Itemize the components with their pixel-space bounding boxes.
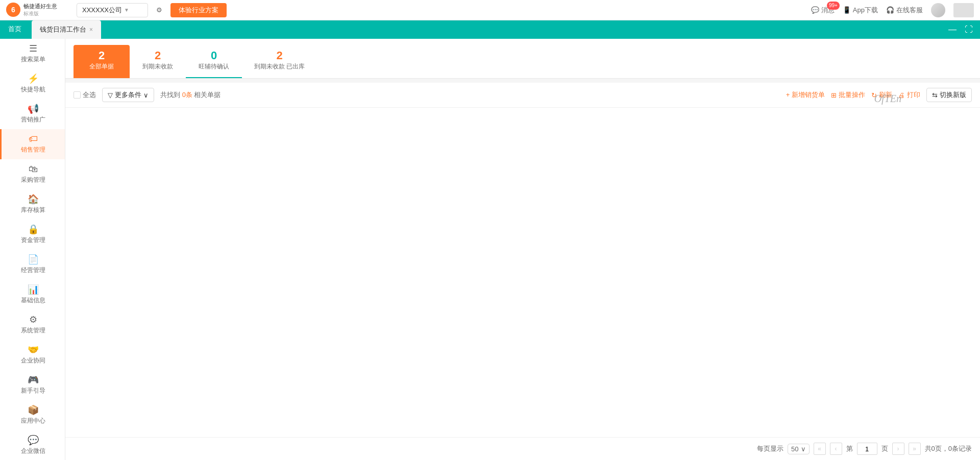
overdue-label: 到期未收款: [142, 62, 173, 71]
sidebar-item-beginner[interactable]: 🎮 新手引导: [0, 370, 65, 400]
pending-count: 0: [211, 49, 217, 62]
user-name-area: [953, 3, 974, 17]
found-prefix: 共找到: [160, 91, 180, 99]
shipped-count: 2: [277, 49, 283, 62]
avatar-image: [931, 3, 945, 17]
filter-label: 更多条件: [115, 90, 141, 100]
sidebar-item-marketing[interactable]: 📢 营销推广: [0, 99, 65, 129]
online-service-button[interactable]: 🎧 在线客服: [886, 6, 923, 15]
found-count: 0条: [182, 91, 192, 99]
prev-page-button[interactable]: ‹: [830, 443, 842, 455]
operations-icon: 📄: [28, 255, 39, 264]
try-solution-button[interactable]: 体验行业方案: [170, 3, 227, 17]
tab-maximize-button[interactable]: ⛶: [962, 22, 976, 37]
sidebar-item-system[interactable]: ⚙ 系统管理: [0, 310, 65, 340]
tab-home[interactable]: 首页: [0, 20, 30, 39]
summary-tab-shipped[interactable]: 2 到期未收款 已出库: [242, 45, 317, 78]
all-orders-count: 2: [99, 49, 105, 62]
sidebar-item-enterprise-collab[interactable]: 🤝 企业协同: [0, 340, 65, 370]
summary-tab-all[interactable]: 2 全部单据: [74, 45, 130, 78]
last-page-button[interactable]: »: [909, 443, 921, 455]
marketing-icon: 📢: [28, 104, 39, 113]
sidebar-item-quick-nav[interactable]: ⚡ 快捷导航: [0, 69, 65, 99]
per-page-value: 50: [791, 445, 798, 453]
print-label: 打印: [907, 90, 920, 100]
last-page-icon: »: [913, 445, 916, 452]
per-page-chevron-icon: ∨: [801, 445, 806, 453]
sidebar-item-label: 快捷导航: [21, 85, 45, 94]
toolbar-right: + 新增销货单 ⊞ 批量操作 ↻ 刷新 🖨 打印 ⇆ 切换新版: [786, 88, 972, 102]
print-button[interactable]: 🖨 打印: [898, 90, 920, 100]
header-right: 💬 消息 99+ 📱 App下载 🎧 在线客服: [811, 3, 974, 17]
beginner-icon: 🎮: [28, 375, 39, 384]
per-page-selector[interactable]: 50 ∨: [788, 444, 809, 454]
tab-work-bench-label: 钱货日清工作台: [40, 25, 86, 34]
switch-new-version-button[interactable]: ⇆ 切换新版: [926, 88, 972, 102]
basic-info-icon: 📊: [28, 285, 39, 294]
quick-nav-icon: ⚡: [28, 74, 39, 83]
sidebar-item-enterprise-wechat[interactable]: 💬 企业微信: [0, 430, 65, 460]
sidebar-item-label: 营销推广: [21, 115, 45, 124]
headset-icon: 🎧: [886, 6, 894, 14]
first-page-icon: «: [818, 445, 821, 452]
switch-icon: ⇆: [932, 91, 938, 99]
sidebar-item-label: 应用中心: [21, 417, 45, 425]
add-sales-order-button[interactable]: + 新增销货单: [786, 90, 825, 100]
sidebar-item-finance[interactable]: 🔒 资金管理: [0, 220, 65, 250]
app-download-label: App下载: [853, 6, 878, 15]
purchase-icon: 🛍: [29, 164, 38, 174]
sidebar-item-app-center[interactable]: 📦 应用中心: [0, 400, 65, 430]
company-name: XXXXXX公司: [82, 6, 122, 15]
tab-bar-right: — ⛶: [945, 22, 980, 37]
avatar[interactable]: [931, 3, 945, 17]
found-text: 共找到 0条 相关单据: [160, 90, 220, 100]
online-service-label: 在线客服: [896, 6, 923, 15]
filter-button[interactable]: ▽ 更多条件 ∨: [102, 88, 154, 102]
shipped-label: 到期未收款 已出库: [254, 62, 305, 71]
sidebar-item-label: 采购管理: [21, 176, 45, 184]
collab-icon: 🤝: [28, 345, 39, 354]
tab-minimize-button[interactable]: —: [945, 22, 960, 37]
sidebar-item-label: 基础信息: [21, 296, 45, 305]
page-suffix: 页: [881, 444, 888, 453]
app-download-icon: 📱: [843, 6, 851, 14]
sidebar-item-search-menu[interactable]: ☰ 搜索菜单: [0, 39, 65, 69]
summary-tab-overdue[interactable]: 2 到期未收款: [130, 45, 186, 78]
sidebar-item-label: 企业微信: [21, 447, 45, 455]
filter-icon: ▽: [108, 91, 113, 99]
tab-home-label: 首页: [8, 25, 21, 34]
page-label: 第: [846, 444, 853, 453]
sidebar-item-label: 库存核算: [21, 206, 45, 214]
app-badge: 标准版: [23, 10, 57, 17]
sidebar-item-inventory[interactable]: 🏠 库存核算: [0, 189, 65, 220]
sidebar-item-purchase[interactable]: 🛍 采购管理: [0, 159, 65, 189]
sidebar-item-operations[interactable]: 📄 经营管理: [0, 250, 65, 280]
logo-text-block: 畅捷通好生意 标准版: [23, 3, 57, 17]
next-page-button[interactable]: ›: [892, 443, 904, 455]
first-page-button[interactable]: «: [814, 443, 826, 455]
page-input[interactable]: [857, 443, 877, 455]
sidebar-item-sales[interactable]: 🏷 销售管理: [0, 129, 65, 159]
per-page-label: 每页显示: [757, 444, 783, 453]
content-area: 2 全部单据 2 到期未收款 0 旺辅待确认 2 到期未收款 已出库 全选: [65, 39, 980, 460]
tab-work-bench[interactable]: 钱货日清工作台 ×: [32, 20, 101, 39]
refresh-label: 刷新: [879, 90, 892, 100]
all-orders-label: 全部单据: [89, 62, 114, 71]
app-download-button[interactable]: 📱 App下载: [843, 6, 878, 15]
wechat-icon: 💬: [28, 435, 39, 445]
logo-area: 6 畅捷通好生意 标准版: [6, 3, 71, 17]
sidebar-item-label: 搜索菜单: [21, 55, 45, 64]
settings-icon[interactable]: ⚙: [152, 3, 166, 17]
main-layout: ☰ 搜索菜单 ⚡ 快捷导航 📢 营销推广 🏷 销售管理 🛍 采购管理 🏠 库存核…: [0, 39, 980, 460]
select-all-checkbox[interactable]: 全选: [74, 90, 96, 100]
summary-tab-pending[interactable]: 0 旺辅待确认: [186, 45, 242, 78]
next-page-icon: ›: [897, 445, 899, 452]
app-center-icon: 📦: [28, 405, 39, 415]
refresh-button[interactable]: ↻ 刷新: [871, 90, 892, 100]
batch-operation-button[interactable]: ⊞ 批量操作: [831, 90, 865, 100]
message-button[interactable]: 💬 消息 99+: [811, 6, 835, 15]
tab-close-icon[interactable]: ×: [89, 26, 93, 33]
company-selector[interactable]: XXXXXX公司 ▼: [77, 3, 148, 17]
inventory-icon: 🏠: [28, 195, 39, 204]
sidebar-item-basic-info[interactable]: 📊 基础信息: [0, 280, 65, 310]
